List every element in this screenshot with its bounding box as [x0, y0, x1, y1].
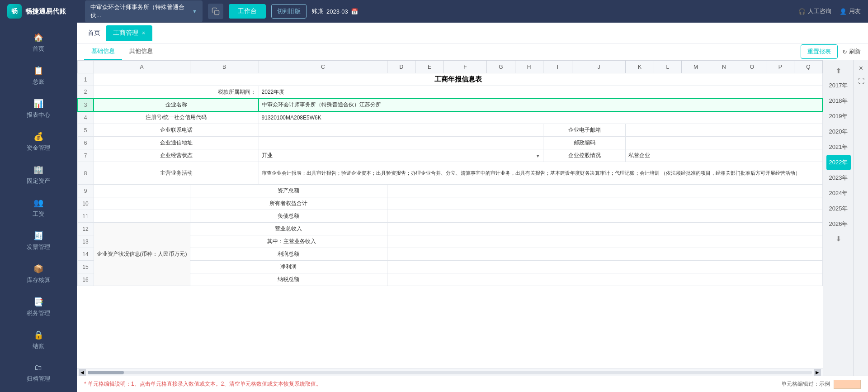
year-item-2019[interactable]: 2019年 [826, 109, 851, 124]
col-header-K[interactable]: K [626, 61, 654, 73]
cell-9-label: 资产总额 [190, 185, 387, 197]
sidebar-item-settings[interactable]: ⚙ 设置 [0, 389, 77, 392]
sidebar-item-payroll[interactable]: 👥 工资 [0, 191, 77, 225]
horizontal-scroll-thumb[interactable] [88, 371, 124, 374]
refresh-label: 刷新 [849, 48, 861, 56]
col-header-G[interactable]: G [487, 61, 515, 73]
cell-6-postcode[interactable] [626, 137, 822, 149]
col-header-B[interactable]: B [190, 61, 259, 73]
cell-14-value[interactable] [387, 248, 822, 261]
year-item-2020[interactable]: 2020年 [826, 124, 851, 139]
top-header: 畅 畅捷通易代账 中审众环会计师事务所（特殊普通合伙... ▼ 工作台 切到旧版… [0, 0, 868, 23]
col-header-A[interactable]: A [94, 61, 190, 73]
cell-9-value[interactable] [387, 185, 822, 197]
col-header-J[interactable]: J [572, 61, 626, 73]
copy-button[interactable] [208, 4, 223, 19]
workbench-button[interactable]: 工作台 [229, 4, 266, 19]
horizontal-scroll-track[interactable] [88, 371, 812, 374]
status-right: 单元格编辑过：示例 [781, 380, 861, 389]
year-panel-inner: ⬆ 2017年 2018年 2019年 2020年 2021年 2022年 20… [823, 60, 854, 376]
col-header-P[interactable]: P [766, 61, 794, 73]
year-item-2024[interactable]: 2024年 [826, 186, 851, 201]
cell-12-value[interactable] [387, 223, 822, 235]
cell-7-control[interactable]: 私营企业 [626, 149, 822, 162]
sidebar-item-home[interactable]: 🏠 首页 [0, 26, 77, 59]
old-version-button[interactable]: 切到旧版 [271, 4, 307, 19]
col-header-M[interactable]: M [682, 61, 710, 73]
col-header-C[interactable]: C [259, 61, 387, 73]
cell-7-status[interactable]: 开业 ▼ [259, 149, 543, 162]
year-item-2022[interactable]: 2022年 [826, 155, 851, 170]
row-num-4: 4 [77, 111, 94, 124]
sidebar-item-closing[interactable]: 🔒 结账 [0, 324, 77, 357]
col-header-E[interactable]: E [415, 61, 443, 73]
col-header-L[interactable]: L [654, 61, 682, 73]
cell-12-label: 营业总收入 [190, 223, 387, 235]
sidebar-item-report-center[interactable]: 📊 报表中心 [0, 92, 77, 125]
spreadsheet-scroll[interactable]: A B C D E F G H I J [77, 60, 823, 368]
consult-button[interactable]: 🎧 人工咨询 [798, 7, 831, 15]
year-nav-down-button[interactable]: ⬇ [826, 232, 851, 246]
cell-10-label: 所有者权益合计 [190, 197, 387, 210]
tab-close-icon[interactable]: × [142, 30, 145, 36]
year-item-2026[interactable]: 2026年 [826, 216, 851, 232]
year-item-2023[interactable]: 2023年 [826, 170, 851, 186]
logo-area: 畅 畅捷通易代账 [7, 4, 80, 19]
cell-5-email[interactable] [626, 124, 822, 137]
col-header-O[interactable]: O [738, 61, 766, 73]
sidebar-item-archive[interactable]: 🗂 归档管理 [0, 357, 77, 389]
headset-icon: 🎧 [798, 8, 806, 15]
cell-5-phone[interactable] [259, 124, 543, 137]
sub-tab-other-info[interactable]: 其他信息 [122, 43, 160, 60]
year-item-2025[interactable]: 2025年 [826, 201, 851, 216]
cell-9-a [94, 185, 190, 197]
reset-report-button[interactable]: 重置报表 [801, 44, 838, 59]
sidebar-item-fixed-assets[interactable]: 🏢 固定资产 [0, 158, 77, 191]
cell-15-value[interactable] [387, 261, 822, 273]
cell-8-business[interactable]: 审查企业会计报表；出具审计报告；验证企业资本；出具验资报告；办理企业合并、分立、… [259, 162, 822, 185]
year-item-2017[interactable]: 2017年 [826, 78, 851, 93]
cell-3-value[interactable]: 中审众环会计师事务所（特殊普通合伙）江苏分所 [259, 99, 822, 111]
cell-11-value[interactable] [387, 210, 822, 223]
sub-tab-toolbar-row: 基础信息 其他信息 重置报表 ↻ 刷新 [77, 43, 868, 60]
sidebar-item-invoice-management[interactable]: 🧾 发票管理 [0, 225, 77, 258]
title-cell[interactable]: 工商年报信息表 [94, 73, 822, 86]
year-item-2021[interactable]: 2021年 [826, 139, 851, 155]
cell-6-label2: 邮政编码 [543, 137, 626, 149]
expand-window-button[interactable]: ⛶ [856, 76, 867, 86]
col-header-N[interactable]: N [710, 61, 738, 73]
col-header-F[interactable]: F [443, 61, 487, 73]
user-area[interactable]: 👤 用友 [840, 7, 861, 15]
cell-4-value[interactable]: 91320100MA208E5W6K [259, 111, 822, 124]
scroll-left-button[interactable]: ◀ [79, 369, 86, 376]
col-header-Q[interactable]: Q [794, 61, 822, 73]
table-row: 6 企业通信地址 邮政编码 [77, 137, 822, 149]
table-row: 11 负债总额 [77, 210, 822, 223]
cell-group-label: 企业资产状况信息(币种：人民币万元) [94, 223, 190, 286]
refresh-button[interactable]: ↻ 刷新 [842, 48, 861, 56]
sidebar-label-invoice-management: 发票管理 [27, 243, 50, 251]
cell-2-value[interactable]: 2022年度 [259, 86, 822, 99]
calendar-icon[interactable]: 📅 [351, 8, 358, 15]
col-header-H[interactable]: H [515, 61, 543, 73]
cell-13-value[interactable] [387, 235, 822, 248]
year-nav-up-button[interactable]: ⬆ [826, 64, 851, 78]
year-item-2018[interactable]: 2018年 [826, 93, 851, 109]
sidebar-item-fund-management[interactable]: 💰 资金管理 [0, 125, 77, 158]
cell-6-address[interactable] [259, 137, 543, 149]
sidebar-item-general-ledger[interactable]: 📋 总账 [0, 59, 77, 92]
cell-10-value[interactable] [387, 197, 822, 210]
tab-home[interactable]: 首页 [84, 29, 104, 37]
tab-industrial-commerce[interactable]: 工商管理 × [106, 25, 152, 41]
company-selector[interactable]: 中审众环会计师事务所（特殊普通合伙... ▼ [85, 0, 203, 22]
scroll-right-button[interactable]: ▶ [814, 369, 821, 376]
col-header-D[interactable]: D [387, 61, 415, 73]
row-num-10: 10 [77, 197, 94, 210]
col-header-I[interactable]: I [543, 61, 572, 73]
cell-16-value[interactable] [387, 273, 822, 286]
close-window-button[interactable]: × [856, 63, 867, 74]
sidebar-item-tax-management[interactable]: 📑 税务管理 [0, 291, 77, 324]
sidebar-item-inventory[interactable]: 📦 库存核算 [0, 258, 77, 291]
bottom-scrollbar[interactable]: ◀ ▶ [77, 368, 823, 376]
sub-tab-basic-info[interactable]: 基础信息 [84, 43, 122, 60]
